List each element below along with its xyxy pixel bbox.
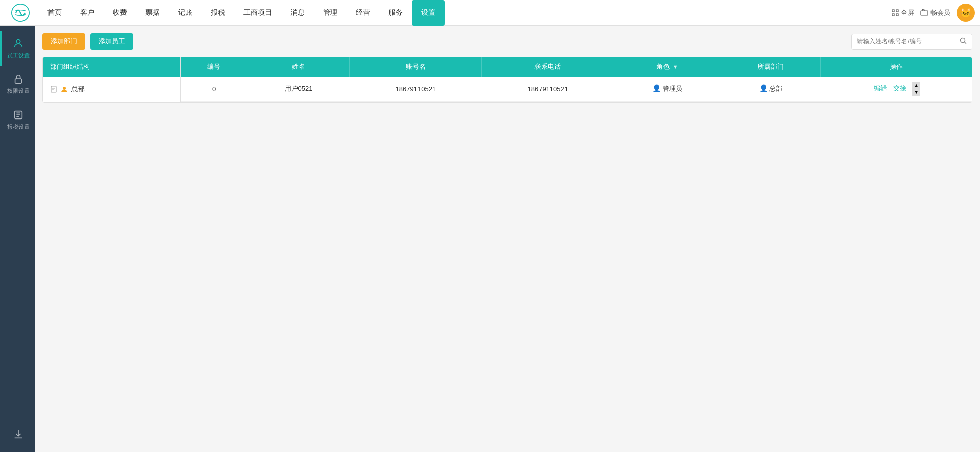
role-filter-icon[interactable]: ▼ (673, 64, 678, 70)
tree-node-root[interactable]: 总部 (48, 82, 175, 97)
logo (5, 4, 36, 22)
dept-icon: 👤 (759, 84, 768, 92)
nav-item-管理[interactable]: 管理 (314, 0, 347, 26)
dept-user-icon (60, 85, 68, 93)
nav-item-经营[interactable]: 经营 (347, 0, 379, 26)
col-dept: 所属部门 (721, 57, 820, 77)
col-phone: 联系电话 (482, 57, 614, 77)
sidebar-download-btn[interactable] (0, 421, 35, 447)
tree-header: 部门组织结构 (43, 57, 180, 77)
svg-rect-7 (15, 79, 21, 83)
col-actions: 操作 (820, 57, 972, 77)
role-icon: 👤 (652, 84, 661, 92)
main-nav: 首页客户收费票据记账报税工商项目消息管理经营服务设置 (38, 0, 892, 26)
nav-item-首页[interactable]: 首页 (38, 0, 71, 26)
search-input[interactable] (852, 35, 954, 48)
table-row: 0 用户0521 18679110521 18679110521 👤管理员 👤总… (181, 77, 972, 102)
add-dept-button[interactable]: 添加部门 (42, 33, 85, 50)
col-account: 账号名 (350, 57, 482, 77)
scroll-up-btn[interactable]: ▲ (912, 82, 920, 89)
search-bar (851, 34, 972, 50)
svg-rect-3 (892, 14, 894, 16)
table-panel: 编号 姓名 账号名 联系电话 角 (181, 57, 972, 102)
nav-item-服务[interactable]: 服务 (379, 0, 412, 26)
svg-rect-5 (921, 11, 928, 15)
fullscreen-btn[interactable]: 全屏 (892, 8, 914, 17)
user-avatar[interactable]: 🐱 (957, 4, 975, 22)
tree-content: 总部 (43, 77, 180, 102)
search-button[interactable] (954, 34, 972, 49)
svg-rect-2 (896, 10, 898, 12)
employee-table: 编号 姓名 账号名 联系电话 角 (181, 57, 972, 102)
topbar: 首页客户收费票据记账报税工商项目消息管理经营服务设置 全屏 畅会员 🐱 (0, 0, 980, 26)
scroll-down-btn[interactable]: ▼ (912, 89, 920, 96)
sidebar-item-tax[interactable]: 报税设置 (0, 102, 35, 138)
nav-item-票据[interactable]: 票据 (136, 0, 169, 26)
fullscreen-label: 全屏 (901, 8, 914, 17)
add-employee-button[interactable]: 添加员工 (90, 33, 133, 50)
svg-rect-10 (51, 86, 56, 92)
svg-rect-4 (896, 14, 898, 16)
topbar-right: 全屏 畅会员 🐱 (892, 4, 975, 22)
cell-id: 0 (181, 77, 248, 102)
svg-point-6 (16, 40, 20, 43)
nav-item-消息[interactable]: 消息 (281, 0, 314, 26)
sidebar: 员工设置 权限设置 报税设置 (0, 26, 35, 452)
vip-btn[interactable]: 畅会员 (920, 8, 950, 17)
nav-item-工商项目[interactable]: 工商项目 (234, 0, 281, 26)
main-layout: 员工设置 权限设置 报税设置 (0, 26, 980, 452)
nav-item-收费[interactable]: 收费 (104, 0, 136, 26)
sidebar-item-tax-label: 报税设置 (7, 123, 30, 131)
panel-layout: 部门组织结构 总部 (42, 57, 972, 103)
sidebar-item-permission-label: 权限设置 (7, 87, 30, 95)
nav-item-设置[interactable]: 设置 (412, 0, 445, 26)
sidebar-item-permission[interactable]: 权限设置 (0, 66, 35, 102)
nav-item-记账[interactable]: 记账 (169, 0, 202, 26)
col-name: 姓名 (248, 57, 350, 77)
action-编辑[interactable]: 编辑 (874, 84, 887, 92)
action-交接[interactable]: 交接 (893, 84, 906, 92)
table-header-row: 编号 姓名 账号名 联系电话 角 (181, 57, 972, 77)
col-id: 编号 (181, 57, 248, 77)
vip-label: 畅会员 (930, 8, 950, 17)
nav-item-客户[interactable]: 客户 (71, 0, 104, 26)
sidebar-item-employee[interactable]: 员工设置 (0, 31, 35, 66)
svg-point-11 (63, 87, 66, 90)
content-area: 添加部门 添加员工 部门组织结构 (35, 26, 980, 452)
svg-rect-1 (892, 10, 894, 12)
cell-role: 👤管理员 (614, 77, 721, 102)
cell-name: 用户0521 (248, 77, 350, 102)
sidebar-item-employee-label: 员工设置 (7, 52, 30, 59)
cell-actions: 编辑 交接 ▲ ▼ (820, 77, 972, 102)
cell-phone: 18679110521 (482, 77, 614, 102)
file-icon (50, 86, 57, 93)
sidebar-bottom (0, 421, 35, 447)
col-role: 角色 ▼ (614, 57, 721, 77)
tree-panel: 部门组织结构 总部 (43, 57, 181, 102)
cell-account: 18679110521 (350, 77, 482, 102)
action-bar: 添加部门 添加员工 (42, 33, 972, 50)
cell-dept: 👤总部 (721, 77, 820, 102)
tree-node-label: 总部 (71, 85, 85, 94)
nav-item-报税[interactable]: 报税 (202, 0, 234, 26)
